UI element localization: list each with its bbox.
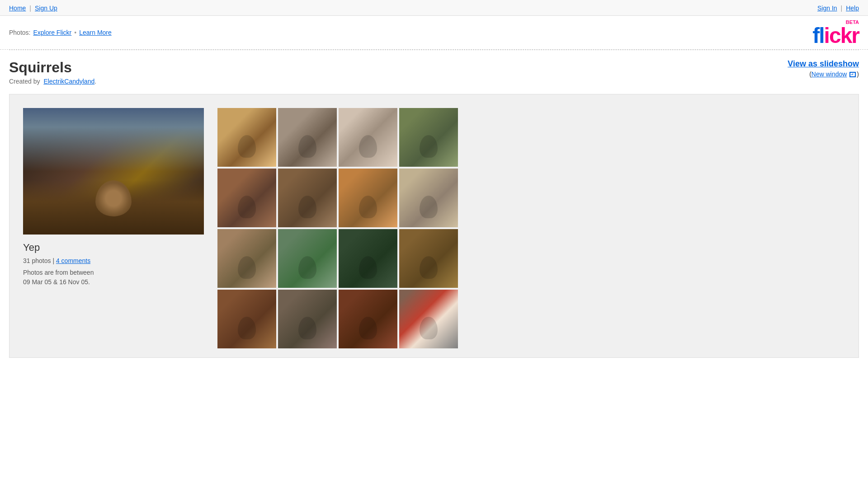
flickr-logo: flickr [812, 25, 859, 47]
signup-link[interactable]: Sign Up [35, 5, 57, 12]
learn-more-link[interactable]: Learn More [79, 29, 112, 36]
photo-grid [217, 108, 845, 348]
flickr-logo-wrapper: BETA flickr [812, 19, 859, 47]
slideshow-area: View as slideshow (New window ) [788, 59, 859, 78]
grid-photo-8[interactable] [399, 169, 458, 227]
main-content-area: Yep 31 photos | 4 comments Photos are fr… [9, 94, 859, 358]
paren-close: ) [857, 70, 859, 78]
home-link[interactable]: Home [9, 5, 26, 12]
grid-photo-5[interactable] [217, 169, 276, 227]
main-photo[interactable] [23, 108, 204, 235]
grid-photo-3[interactable] [339, 108, 397, 167]
nav-right: Sign In | Help [817, 5, 859, 12]
grid-photo-7[interactable] [339, 169, 397, 227]
explore-flickr-link[interactable]: Explore Flickr [33, 29, 71, 36]
grid-photo-6[interactable] [278, 169, 337, 227]
photo-dates: Photos are from between 09 Mar 05 & 16 N… [23, 268, 204, 287]
grid-photo-11[interactable] [339, 229, 397, 288]
grid-photo-9[interactable] [217, 229, 276, 288]
grid-photo-1[interactable] [217, 108, 276, 167]
creator-line: Created by ElectrikCandyland. [9, 78, 96, 85]
title-area: Squirrels Created by ElectrikCandyland. [9, 59, 96, 85]
grid-photo-14[interactable] [278, 290, 337, 348]
new-window-link[interactable]: New window [811, 70, 847, 78]
photo-stats: 31 photos | 4 comments [23, 257, 204, 264]
photo-count: 31 photos [23, 257, 51, 264]
signin-link[interactable]: Sign In [817, 5, 837, 12]
nav-left: Home | Sign Up [9, 5, 57, 12]
right-panel [217, 108, 845, 348]
grid-photo-2[interactable] [278, 108, 337, 167]
slideshow-link[interactable]: View as slideshow [788, 59, 859, 68]
creator-link[interactable]: ElectrikCandyland [43, 78, 94, 85]
grid-photo-10[interactable] [278, 229, 337, 288]
sub-navigation: Photos: Explore Flickr • Learn More [9, 29, 112, 36]
grid-photo-13[interactable] [217, 290, 276, 348]
page-header: Squirrels Created by ElectrikCandyland. … [0, 50, 868, 89]
bullet-separator: • [74, 29, 76, 36]
logo-fl: fl [812, 25, 824, 47]
nav-sep-2: | [841, 5, 843, 12]
logo-ickr: ickr [824, 25, 859, 47]
comments-link[interactable]: 4 comments [56, 257, 90, 264]
stats-separator: | [52, 257, 56, 264]
dates-line1: Photos are from between [23, 269, 94, 276]
left-panel: Yep 31 photos | 4 comments Photos are fr… [23, 108, 204, 348]
grid-photo-4[interactable] [399, 108, 458, 167]
grid-photo-12[interactable] [399, 229, 458, 288]
page-title: Squirrels [9, 59, 96, 76]
top-navigation: Home | Sign Up Sign In | Help [0, 0, 868, 16]
photos-label: Photos: [9, 29, 30, 36]
period: . [94, 78, 96, 85]
new-window-icon [849, 72, 856, 77]
grid-photo-15[interactable] [339, 290, 397, 348]
nav-sep-1: | [29, 5, 31, 12]
photo-trees-bg [23, 108, 204, 171]
created-by-prefix: Created by [9, 78, 40, 85]
dates-line2: 09 Mar 05 & 16 Nov 05. [23, 278, 90, 286]
grid-photo-16[interactable] [399, 290, 458, 348]
help-link[interactable]: Help [846, 5, 859, 12]
photo-caption: Yep [23, 242, 204, 253]
